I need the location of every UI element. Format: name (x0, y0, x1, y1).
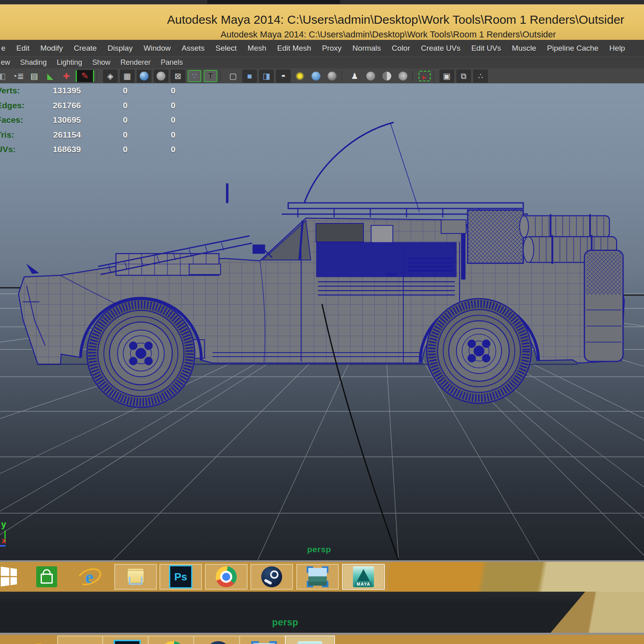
separator[interactable] (433, 71, 437, 81)
menu-item[interactable]: Create (74, 44, 97, 53)
menu-item[interactable]: Assets (182, 44, 204, 53)
hud-value-selected: 0 (119, 128, 131, 142)
hud-value-total: 261766 (29, 98, 81, 113)
panel-menu-item[interactable]: Renderer (120, 58, 151, 67)
photos-app[interactable] (296, 564, 339, 590)
viewport-canvas[interactable] (0, 85, 644, 560)
cube-tool-icon[interactable]: ▣ (440, 70, 454, 83)
app-icon (216, 566, 237, 587)
clipped-scene-icon[interactable]: ◧ (0, 70, 9, 82)
mannequin-icon[interactable]: ♟ (348, 70, 361, 82)
grid-snap-icon[interactable]: ◈ (103, 70, 118, 83)
store-app[interactable] (36, 564, 57, 590)
uv-editor-icon[interactable]: ◣ (43, 70, 57, 82)
menu-item[interactable]: e (1, 44, 6, 53)
menu-item[interactable]: Normals (353, 44, 381, 53)
menu-item[interactable]: Mesh (248, 44, 266, 53)
menu-item[interactable]: Edit Mesh (277, 44, 311, 53)
menu-item[interactable]: Pipeline Cache (547, 44, 599, 53)
file-explorer-app[interactable] (114, 564, 157, 590)
hud-row: UVs: 168639 0 0 (0, 142, 25, 157)
steam-app[interactable] (250, 564, 293, 590)
menu-item[interactable]: Create UVs (421, 44, 460, 53)
sphere-soft-icon[interactable] (364, 70, 378, 82)
menu-item[interactable]: Edit UVs (471, 44, 501, 53)
axis-y-label: y (1, 519, 6, 530)
hud-value-selected: 0 (119, 142, 131, 157)
start-button[interactable] (0, 564, 24, 590)
filmstrip-icon[interactable]: ▦ (120, 70, 134, 83)
checker-sphere-icon[interactable]: ◓ (276, 70, 291, 83)
panel-menu-item[interactable]: Panels (161, 58, 183, 67)
poly-count-hud: Verts: 131395 0 0 Edges: 261766 0 0 Face… (0, 85, 25, 157)
menu-item[interactable]: Display (107, 44, 132, 53)
top-strip (0, 0, 644, 4)
paint-select-icon[interactable]: ✎ (76, 70, 94, 82)
wireframe-cube-icon[interactable]: ▢ (226, 70, 240, 82)
crossed-grid-icon[interactable]: ⊠ (171, 70, 185, 83)
separator[interactable] (220, 71, 224, 81)
text-tool-icon[interactable]: T (204, 70, 217, 82)
app-icon (308, 568, 327, 586)
perspective-viewport[interactable]: Verts: 131395 0 0 Edges: 261766 0 0 Face… (0, 85, 644, 560)
inner-file-explorer-app (57, 636, 107, 644)
panel-menu-item[interactable]: Show (92, 58, 110, 67)
menu-item[interactable]: Muscle (512, 44, 536, 53)
hud-value-other: 0 (167, 98, 179, 113)
status-line-toolbar: ◧◔≣▤◣✚✎◈▦⊠∵T▢■◨◓♟➤▣⧉∴ (0, 68, 644, 85)
taskbar[interactable]: Ps MAYA (0, 560, 644, 592)
inner-strip-lines (0, 592, 644, 633)
separator[interactable] (341, 71, 345, 81)
maya-app[interactable]: MAYA (342, 564, 385, 590)
shaded-cube-icon[interactable]: ■ (242, 70, 257, 83)
layout-squares-icon[interactable]: ⧉ (456, 70, 471, 83)
light-blue-icon[interactable] (309, 70, 323, 82)
photoshop-app[interactable]: Ps (159, 564, 202, 590)
selection-box-icon[interactable]: ➤ (419, 71, 431, 81)
menu-item[interactable]: Modify (40, 44, 63, 53)
menu-item[interactable]: Help (609, 44, 625, 53)
notebook-icon[interactable]: ▤ (27, 70, 41, 82)
move-snap-icon[interactable]: ✚ (60, 70, 73, 82)
menu-item[interactable]: Window (144, 44, 171, 53)
panel-menu-item[interactable]: ew (1, 58, 10, 67)
separator[interactable] (97, 71, 101, 81)
construction-history-icon[interactable]: ◔≣ (11, 70, 25, 82)
separator[interactable] (412, 71, 416, 81)
app-icon (22, 641, 46, 644)
panel-menu-item[interactable]: Shading (20, 58, 47, 67)
menu-item[interactable]: Select (215, 44, 237, 53)
hud-value-other: 0 (167, 142, 179, 157)
menu-item[interactable]: Proxy (322, 44, 342, 53)
ipr-circle-icon[interactable] (154, 70, 168, 83)
hud-row: Tris: 261154 0 0 (0, 128, 25, 142)
app-icon: MAYA (353, 566, 374, 587)
taskbar-wallpaper-bands (388, 562, 644, 592)
inner-chrome-app (148, 636, 198, 644)
share-nodes-icon[interactable]: ∴ (473, 70, 488, 83)
hud-value-other: 0 (167, 85, 179, 98)
sphere-half-icon[interactable] (380, 70, 394, 82)
panel-menu-item[interactable]: Lighting (57, 58, 82, 67)
particles-icon[interactable]: ∵ (188, 70, 201, 82)
light-yellow-icon[interactable] (293, 70, 307, 82)
inner-screenshot-viewport-strip (0, 592, 644, 633)
inner-taskbar-bands (535, 635, 644, 644)
chrome-app[interactable] (205, 564, 248, 590)
screen: Autodesk Maya 2014: C:\Users\admin\Deskt… (0, 0, 644, 644)
menu-item[interactable]: Color (392, 44, 410, 53)
internet-explorer-app[interactable] (78, 564, 101, 590)
textured-cube-icon[interactable]: ◨ (259, 70, 274, 83)
inner-steam-app (193, 636, 243, 644)
menu-item[interactable]: Edit (17, 44, 30, 53)
sphere-blob-icon[interactable] (396, 70, 410, 82)
inner-internet-explorer-app (21, 636, 47, 644)
hud-value-selected: 0 (119, 98, 131, 113)
render-sphere-icon[interactable] (137, 70, 151, 83)
window-title-outer: Autodesk Maya 2014: C:\Users\admin\Deskt… (167, 13, 624, 27)
light-gray-icon[interactable] (325, 70, 339, 82)
inner-photoshop-app: Ps (102, 636, 152, 644)
app-icon: Ps (114, 640, 141, 644)
app-icon (79, 566, 100, 587)
hud-value-other: 0 (167, 128, 179, 142)
